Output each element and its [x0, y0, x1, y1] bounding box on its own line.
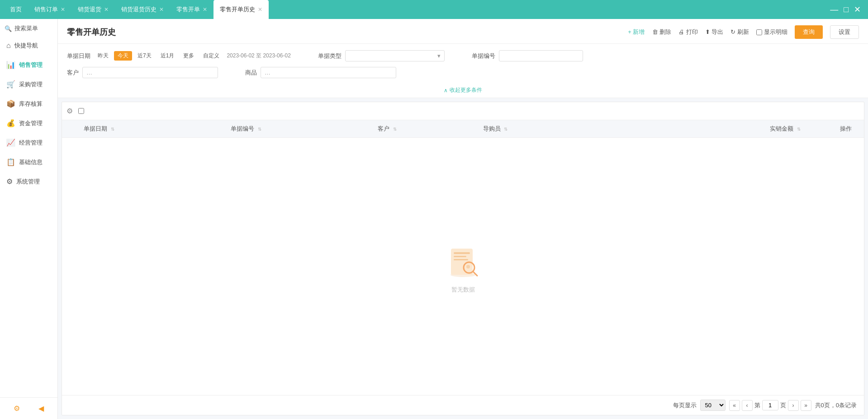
sidebar-label-quick-nav: 快捷导航 [14, 42, 38, 50]
page-size-select[interactable]: 50 10 20 100 [700, 400, 726, 411]
next-page-btn[interactable]: › [788, 400, 799, 411]
svg-rect-3 [454, 256, 466, 257]
export-button[interactable]: ⬆ 导出 [705, 28, 724, 36]
sidebar-item-basic-info[interactable]: 📋基础信息 [0, 152, 57, 172]
sidebar-item-sys-mgmt[interactable]: ⚙系统管理 [0, 172, 57, 191]
total-info: 共0页，0条记录 [815, 401, 857, 410]
th-customer[interactable]: 客户 ⇅ [372, 120, 478, 138]
query-button[interactable]: 查询 [795, 25, 823, 39]
tab-close-sales-order[interactable]: ✕ [61, 6, 65, 13]
page-header: 零售开单历史 + 新增 🗑 删除 🖨 打印 ⬆ 导出 ↻ 刷新 显示明细 查询 … [58, 19, 868, 44]
date-pills: 昨天 今天 近7天 近1月 更多 自定义 [94, 51, 223, 61]
filter-area: 单据日期 昨天 今天 近7天 近1月 更多 自定义 2023-06-02 至 2… [58, 44, 868, 98]
search-menu-label: 搜索菜单 [14, 24, 38, 33]
operations-icon: 📈 [6, 138, 15, 147]
tab-sales-order[interactable]: 销售订单✕ [28, 0, 71, 19]
tab-retail-open[interactable]: 零售开单✕ [170, 0, 213, 19]
page-title: 零售开单历史 [67, 27, 116, 38]
th-customer-sort-icon: ⇅ [393, 127, 397, 132]
goods-select[interactable]: … [261, 67, 396, 78]
sidebar-item-finance[interactable]: 💰资金管理 [0, 113, 57, 133]
date-pill-yesterday[interactable]: 昨天 [94, 51, 112, 61]
sidebar-item-quick-nav[interactable]: ⌂快捷导航 [0, 36, 57, 55]
table-settings-icon[interactable]: ⚙ [66, 107, 73, 115]
customer-select[interactable]: … [82, 67, 218, 78]
th-amount-sort-icon: ⇅ [797, 127, 801, 132]
th-salesperson[interactable]: 导购员 ⇅ [478, 120, 604, 138]
sidebar-item-sales-mgmt[interactable]: 📊销售管理 [0, 55, 57, 75]
first-page-btn[interactable]: « [729, 400, 740, 411]
date-label: 单据日期 [67, 52, 90, 60]
minimize-btn[interactable]: — [830, 5, 838, 14]
date-pill-7days[interactable]: 近7天 [134, 51, 155, 61]
doc-type-arrow: ▾ [437, 52, 441, 59]
tab-sales-return[interactable]: 销货退货✕ [71, 0, 115, 19]
sidebar-item-operations[interactable]: 📈经营管理 [0, 133, 57, 152]
doc-no-input[interactable] [499, 50, 583, 61]
empty-illustration [443, 240, 484, 280]
display-detail-checkbox[interactable] [756, 29, 762, 35]
search-menu-item[interactable]: 🔍 搜索菜单 [0, 19, 57, 36]
collapse-bar[interactable]: ∧ 收起更多条件 [67, 84, 859, 98]
tab-home[interactable]: 首页 [4, 0, 28, 19]
sidebar-item-inventory[interactable]: 📦库存核算 [0, 94, 57, 113]
sidebar-item-purchase-mgmt[interactable]: 🛒采购管理 [0, 75, 57, 94]
page-input[interactable] [762, 400, 778, 410]
doc-no-group: 单据编号 [472, 50, 583, 61]
tab-close-sales-return-history[interactable]: ✕ [159, 6, 164, 13]
page-unit: 页 [780, 401, 786, 410]
last-page-btn[interactable]: » [801, 400, 811, 411]
svg-rect-4 [454, 259, 468, 260]
finance-icon: 💰 [6, 119, 15, 127]
th-customer-label: 客户 [378, 125, 389, 132]
doc-type-label: 单据类型 [318, 52, 342, 60]
window-controls: — □ ✕ [830, 5, 864, 14]
sidebar-bottom: ⚙ ◀ [0, 397, 57, 419]
date-pill-1month[interactable]: 近1月 [157, 51, 178, 61]
date-pill-custom[interactable]: 自定义 [199, 51, 223, 61]
customer-value: … [86, 69, 92, 76]
delete-button[interactable]: 🗑 删除 [652, 28, 672, 36]
sidebar-settings-btn[interactable]: ⚙ [14, 404, 20, 413]
customer-filter-group: 客户 … [67, 67, 218, 78]
tab-sales-return-history[interactable]: 销货退货历史✕ [115, 0, 170, 19]
svg-rect-2 [454, 252, 470, 254]
th-amount-label: 实销金额 [770, 125, 793, 132]
display-detail-label: 显示明细 [764, 28, 787, 36]
refresh-button[interactable]: ↻ 刷新 [730, 28, 749, 36]
date-pill-more[interactable]: 更多 [180, 51, 198, 61]
sidebar-label-operations: 经营管理 [19, 139, 43, 147]
th-amount[interactable]: 实销金额 ⇅ [604, 120, 828, 138]
date-pill-today[interactable]: 今天 [114, 51, 132, 61]
th-actions: 操作 [828, 120, 864, 138]
content-area: 零售开单历史 + 新增 🗑 删除 🖨 打印 ⬆ 导出 ↻ 刷新 显示明细 查询 … [58, 19, 868, 419]
select-all-checkbox[interactable] [78, 108, 84, 114]
tab-close-sales-return[interactable]: ✕ [104, 6, 109, 13]
basic-info-icon: 📋 [6, 158, 15, 166]
header-actions: + 新增 🗑 删除 🖨 打印 ⬆ 导出 ↻ 刷新 显示明细 查询 设置 [628, 25, 859, 39]
svg-point-7 [466, 265, 470, 268]
collapse-up-icon: ∧ [444, 87, 448, 94]
sidebar-label-sales-mgmt: 销售管理 [19, 61, 43, 69]
print-button[interactable]: 🖨 打印 [678, 28, 698, 36]
sidebar-collapse-btn[interactable]: ◀ [38, 404, 44, 413]
close-btn[interactable]: ✕ [854, 5, 861, 14]
th-date[interactable]: 单据日期 ⇅ [78, 120, 225, 138]
display-detail-toggle[interactable]: 显示明细 [756, 28, 787, 36]
th-no-label: 单据编号 [231, 125, 254, 132]
sidebar-label-basic-info: 基础信息 [19, 158, 43, 166]
th-no[interactable]: 单据编号 ⇅ [225, 120, 372, 138]
th-salesperson-label: 导购员 [483, 125, 501, 132]
tab-close-retail-open-history[interactable]: ✕ [258, 6, 262, 13]
tab-retail-open-history[interactable]: 零售开单历史✕ [213, 0, 269, 19]
settings-button[interactable]: 设置 [830, 25, 859, 39]
prev-page-btn[interactable]: ‹ [742, 400, 753, 411]
tab-close-retail-open[interactable]: ✕ [203, 6, 207, 13]
sys-mgmt-icon: ⚙ [6, 177, 13, 186]
th-salesperson-sort-icon: ⇅ [504, 127, 508, 132]
maximize-btn[interactable]: □ [844, 5, 849, 14]
doc-type-select[interactable]: ▾ [345, 50, 445, 61]
inventory-icon: 📦 [6, 99, 15, 108]
goods-filter-group: 商品 … [245, 67, 396, 78]
new-button[interactable]: + 新增 [628, 28, 645, 36]
